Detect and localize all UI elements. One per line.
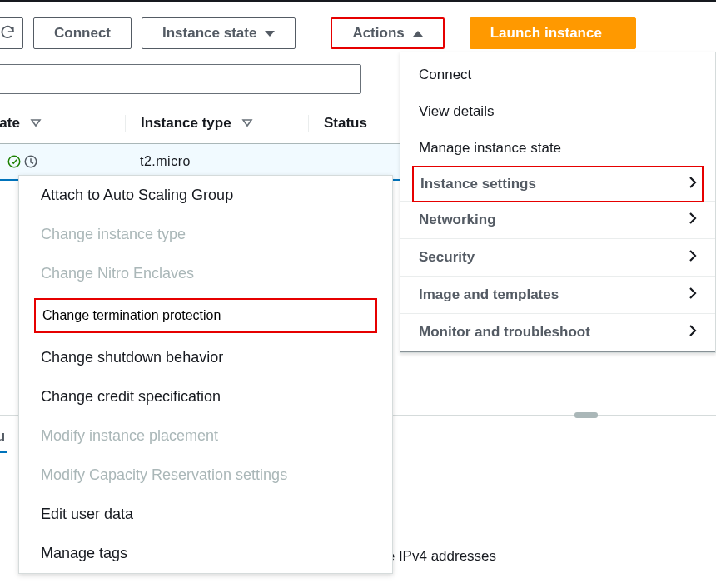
submenu-label: Modify Capacity Reservation settings bbox=[41, 466, 287, 483]
submenu-label: Manage tags bbox=[41, 545, 127, 561]
chevron-right-icon bbox=[689, 249, 697, 266]
launch-label: Launch instance bbox=[490, 25, 602, 42]
menu-label: Image and templates bbox=[419, 287, 559, 303]
menu-item-networking[interactable]: Networking bbox=[400, 202, 715, 239]
submenu-shutdown-behavior[interactable]: Change shutdown behavior bbox=[19, 338, 392, 377]
menu-item-view-details[interactable]: View details bbox=[400, 93, 715, 130]
ipv4-addresses-label: te IPv4 addresses bbox=[383, 548, 496, 565]
instance-settings-submenu: Attach to Auto Scaling Group Change inst… bbox=[18, 175, 393, 574]
submenu-label: Attach to Auto Scaling Group bbox=[41, 187, 233, 203]
instance-settings-highlight: Instance settings bbox=[412, 166, 704, 202]
refresh-icon bbox=[0, 24, 16, 43]
submenu-label: Change Nitro Enclaves bbox=[41, 265, 194, 282]
actions-button[interactable]: Actions bbox=[331, 17, 444, 49]
chevron-right-icon bbox=[689, 212, 697, 228]
tab-underline bbox=[0, 451, 7, 453]
chevron-right-icon bbox=[689, 287, 697, 303]
submenu-label: Edit user data bbox=[41, 506, 133, 522]
caret-up-icon bbox=[413, 31, 423, 37]
submenu-label: Change instance type bbox=[41, 226, 186, 242]
actions-dropdown-menu: Connect View details Manage instance sta… bbox=[400, 52, 716, 353]
submenu-termination-protection-highlight[interactable]: Change termination protection bbox=[34, 298, 377, 333]
filter-input[interactable] bbox=[0, 64, 361, 94]
submenu-edit-user-data[interactable]: Edit user data bbox=[19, 495, 392, 534]
menu-label: Instance settings bbox=[420, 176, 536, 192]
connect-button[interactable]: Connect bbox=[33, 17, 132, 49]
sort-caret-icon bbox=[30, 115, 42, 132]
submenu-credit-spec[interactable]: Change credit specification bbox=[19, 377, 392, 416]
menu-item-connect[interactable]: Connect bbox=[400, 52, 715, 93]
submenu-label: Modify instance placement bbox=[41, 427, 218, 444]
actions-label: Actions bbox=[352, 25, 404, 42]
submenu-manage-tags[interactable]: Manage tags bbox=[19, 534, 392, 573]
submenu-attach-asg[interactable]: Attach to Auto Scaling Group bbox=[19, 176, 392, 215]
resize-handle[interactable] bbox=[574, 412, 598, 418]
instance-type-cell: t2.micro bbox=[125, 154, 191, 169]
submenu-label: Change termination protection bbox=[42, 308, 221, 322]
menu-item-manage-instance-state[interactable]: Manage instance state bbox=[400, 130, 715, 167]
menu-label: View details bbox=[419, 103, 494, 120]
menu-label: Manage instance state bbox=[419, 140, 561, 157]
instance-state-label: Instance state bbox=[162, 25, 256, 42]
tab-label: tu bbox=[0, 416, 7, 451]
submenu-label: Change credit specification bbox=[41, 388, 221, 405]
menu-label: Networking bbox=[419, 212, 496, 228]
connect-label: Connect bbox=[54, 25, 111, 42]
submenu-change-instance-type: Change instance type bbox=[19, 215, 392, 254]
menu-item-monitor-troubleshoot[interactable]: Monitor and troubleshoot bbox=[400, 314, 715, 352]
column-instance-type[interactable]: Instance type bbox=[125, 115, 308, 132]
menu-label: Security bbox=[419, 249, 475, 266]
chevron-right-icon bbox=[689, 324, 697, 341]
column-instance-state[interactable]: e state bbox=[0, 115, 125, 132]
menu-label: Connect bbox=[419, 67, 471, 83]
chevron-right-icon bbox=[689, 176, 697, 192]
menu-item-image-templates[interactable]: Image and templates bbox=[400, 277, 715, 314]
menu-item-security[interactable]: Security bbox=[400, 239, 715, 277]
menu-item-instance-settings[interactable]: Instance settings bbox=[400, 167, 715, 202]
submenu-label: Change shutdown behavior bbox=[41, 349, 223, 366]
column-state-label: e state bbox=[0, 115, 20, 132]
sort-caret-icon bbox=[241, 115, 253, 132]
column-type-label: Instance type bbox=[141, 115, 231, 132]
svg-point-0 bbox=[9, 156, 21, 167]
column-status-label: Status bbox=[324, 115, 367, 132]
submenu-capacity-reservation: Modify Capacity Reservation settings bbox=[19, 456, 392, 495]
submenu-change-nitro: Change Nitro Enclaves bbox=[19, 254, 392, 293]
row-status-icons bbox=[7, 154, 38, 169]
instance-state-cell: ning bbox=[0, 154, 125, 169]
launch-instance-button[interactable]: Launch instance bbox=[470, 17, 636, 49]
instance-state-button[interactable]: Instance state bbox=[142, 17, 296, 49]
refresh-button[interactable] bbox=[0, 17, 23, 49]
caret-down-icon bbox=[265, 31, 275, 37]
menu-label: Monitor and troubleshoot bbox=[419, 324, 590, 341]
submenu-instance-placement: Modify instance placement bbox=[19, 416, 392, 456]
